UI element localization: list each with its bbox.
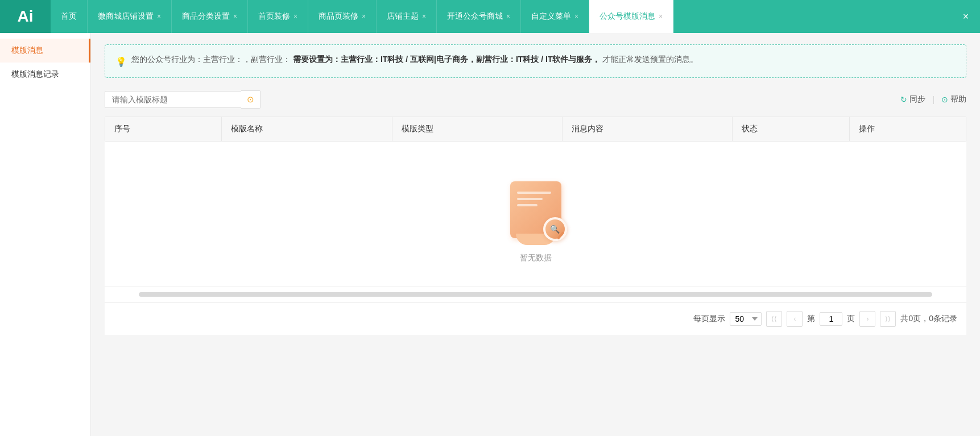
- divider: |: [932, 95, 934, 104]
- doc-line-3: [517, 204, 537, 206]
- doc-line-1: [517, 192, 551, 194]
- doc-lines: [517, 192, 551, 210]
- nav-tabs: 首页微商城店铺设置×商品分类设置×首页装修×商品页装修×店铺主题×开通公众号商城…: [51, 0, 952, 33]
- scrollbar-track[interactable]: [139, 292, 932, 297]
- pagination: 每页显示 50 20 100 ⟨⟨ ‹ 第 页 › ⟩⟩ 共0页，0条记录: [105, 302, 966, 335]
- search-circle-shape: 🔍: [543, 217, 567, 241]
- first-page-button[interactable]: ⟨⟨: [766, 311, 782, 327]
- search-button[interactable]: ⊙: [241, 90, 260, 109]
- total-text: 共0页，0条记录: [900, 314, 957, 324]
- help-label: 帮助: [950, 94, 966, 105]
- nav-tab-home[interactable]: 首页: [51, 0, 88, 33]
- notice-highlight: 需要设置为：主营行业：IT科技 / 互联网|电子商务，副营行业：IT科技 / I…: [293, 55, 601, 64]
- doc-line-2: [517, 198, 543, 200]
- search-right: ↻ 同步 | ⊙ 帮助: [900, 94, 966, 105]
- nav-tab-homepage[interactable]: 首页装修×: [248, 0, 308, 33]
- sync-button[interactable]: ↻ 同步: [900, 94, 925, 105]
- help-button[interactable]: ⊙ 帮助: [941, 94, 966, 105]
- page-label-before: 第: [807, 314, 815, 324]
- empty-state: 🔍 暂无数据: [105, 142, 966, 286]
- notice-banner: 💡 您的公众号行业为：主营行业：，副营行业： 需要设置为：主营行业：IT科技 /…: [105, 44, 966, 78]
- search-icon: ⊙: [247, 94, 254, 104]
- tab-close-product[interactable]: ×: [362, 13, 366, 20]
- page-size-select[interactable]: 50 20 100: [730, 312, 762, 326]
- tab-close-category[interactable]: ×: [233, 13, 237, 20]
- prev-page-button[interactable]: ‹: [787, 311, 803, 327]
- search-input[interactable]: [105, 91, 241, 108]
- sidebar-item-template-msg[interactable]: 模版消息: [0, 39, 90, 63]
- content-area: 💡 您的公众号行业为：主营行业：，副营行业： 需要设置为：主营行业：IT科技 /…: [91, 33, 980, 436]
- global-close-button[interactable]: ×: [952, 0, 980, 33]
- table-header-row: 序号模版名称模版类型消息内容状态操作: [105, 117, 966, 142]
- page-size-label: 每页显示: [693, 314, 725, 324]
- col-header-status: 状态: [733, 117, 849, 142]
- last-page-button[interactable]: ⟩⟩: [880, 311, 896, 327]
- nav-tab-openstore[interactable]: 开通公众号商城×: [437, 0, 521, 33]
- notice-icon: 💡: [115, 54, 127, 69]
- tab-close-homepage[interactable]: ×: [293, 13, 297, 20]
- logo: Ai: [0, 0, 51, 33]
- tab-close-template[interactable]: ×: [659, 13, 663, 20]
- sidebar-item-template-log[interactable]: 模版消息记录: [0, 63, 90, 86]
- table-header: 序号模版名称模版类型消息内容状态操作: [105, 117, 966, 142]
- tab-close-openstore[interactable]: ×: [506, 13, 510, 20]
- sidebar: 模版消息模版消息记录: [0, 33, 91, 436]
- col-header-content: 消息内容: [563, 117, 733, 142]
- help-icon: ⊙: [941, 95, 948, 104]
- main-layout: 模版消息模版消息记录 💡 您的公众号行业为：主营行业：，副营行业： 需要设置为：…: [0, 33, 980, 436]
- empty-text: 暂无数据: [105, 253, 966, 263]
- nav-tab-category[interactable]: 商品分类设置×: [172, 0, 248, 33]
- notice-text: 您的公众号行业为：主营行业：，副营行业： 需要设置为：主营行业：IT科技 / 互…: [131, 53, 698, 67]
- col-header-name: 模版名称: [222, 117, 392, 142]
- sync-icon: ↻: [900, 95, 907, 104]
- empty-illustration: 🔍: [502, 176, 570, 244]
- col-header-index: 序号: [105, 117, 222, 142]
- table-container: 序号模版名称模版类型消息内容状态操作 🔍: [105, 117, 966, 335]
- tab-close-theme[interactable]: ×: [422, 13, 426, 20]
- data-table: 序号模版名称模版类型消息内容状态操作: [105, 117, 966, 142]
- sync-label: 同步: [909, 94, 925, 105]
- top-nav: Ai 首页微商城店铺设置×商品分类设置×首页装修×商品页装修×店铺主题×开通公众…: [0, 0, 980, 33]
- nav-tab-custommenu[interactable]: 自定义菜单×: [521, 0, 589, 33]
- col-header-action: 操作: [849, 117, 966, 142]
- magnify-icon: 🔍: [550, 225, 560, 234]
- nav-tab-weshop[interactable]: 微商城店铺设置×: [88, 0, 172, 33]
- nav-tab-template[interactable]: 公众号模版消息×: [589, 0, 673, 33]
- scrollbar-row: [105, 286, 966, 302]
- nav-tab-theme[interactable]: 店铺主题×: [377, 0, 437, 33]
- tab-close-weshop[interactable]: ×: [157, 13, 161, 20]
- tab-close-custommenu[interactable]: ×: [574, 13, 578, 20]
- nav-tab-product[interactable]: 商品页装修×: [308, 0, 377, 33]
- col-header-type: 模版类型: [392, 117, 562, 142]
- next-page-button[interactable]: ›: [859, 311, 875, 327]
- search-bar: ⊙ ↻ 同步 | ⊙ 帮助: [105, 90, 966, 109]
- page-number-input[interactable]: [820, 312, 842, 326]
- search-left: ⊙: [105, 90, 260, 109]
- page-label-after: 页: [847, 314, 855, 324]
